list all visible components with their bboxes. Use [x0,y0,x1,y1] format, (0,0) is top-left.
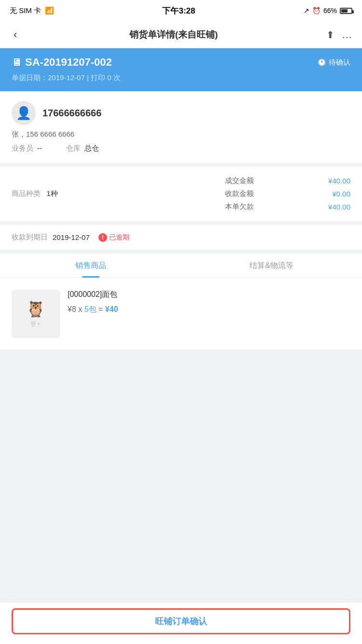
customer-phone: 17666666666 [42,108,101,119]
owed-label: 本单欠款 [225,202,254,211]
due-label: 收款到期日 [12,233,48,242]
status-bar: 无 SIM 卡 📶 下午3:28 ↗ ⏰ 66% [0,0,362,21]
wifi-icon: 📶 [45,6,54,15]
customer-meta: 业务员 -- 仓库 总仓 [12,144,350,153]
confirm-order-button[interactable]: 旺铺订单确认 [12,608,350,634]
tab-active-indicator [82,276,99,278]
sales-rep-value: -- [37,144,42,153]
product-item: 🦉 管+ [0000002]面包 ¥8 x 5包 = ¥40 [12,286,350,342]
product-thumb-inner: 🦉 管+ [26,300,45,328]
product-types-label: 商品种类 [12,189,41,197]
receipt-label: 收款金额 [225,189,254,198]
overdue-icon: ! [98,233,107,242]
order-status-text: 待确认 [329,58,350,67]
bottom-bar: 旺铺订单确认 [0,602,362,644]
tab-settlement-label: 结算&物流等 [250,261,293,271]
clock-icon: 🕐 [318,58,326,66]
status-time: 下午3:28 [162,5,195,16]
products-section: 🦉 管+ [0000002]面包 ¥8 x 5包 = ¥40 [0,278,362,350]
equals-sign: = [97,305,105,313]
nav-bar: ‹ 销货单详情(来自旺铺) ⬆ ... [0,21,362,48]
nav-actions: ⬆ ... [326,28,352,41]
stats-section: 商品种类 1种 成交金额 ¥40.00 收款金额 ¥0.00 本单欠款 ¥40.… [0,167,362,225]
order-date: 单据日期：2019-12-07 | 打印 0 次 [12,73,350,83]
sales-rep-item: 业务员 -- [12,144,42,153]
receipt-amount-row: 收款金额 ¥0.00 [225,189,350,198]
battery-icon [340,8,352,14]
status-left: 无 SIM 卡 📶 [10,6,54,15]
customer-row: 👤 17666666666 [12,101,350,125]
product-types-value: 1种 [46,189,57,197]
due-date: 2019-12-07 [53,233,90,241]
order-id: 🖥 SA-20191207-002 [12,56,112,69]
product-placeholder-icon: 🦉 [26,300,45,318]
alarm-icon: ⏰ [312,7,320,14]
share-button[interactable]: ⬆ [326,29,334,41]
page-title: 销货单详情(来自旺铺) [129,28,218,41]
warehouse-label: 仓库 [66,144,81,153]
more-button[interactable]: ... [342,28,352,41]
product-price: ¥8 x [68,305,84,313]
receipt-amount: ¥0.00 [332,190,350,198]
deal-amount: ¥40.00 [328,177,350,185]
product-types: 商品种类 1种 [12,189,58,198]
product-thumbnail: 🦉 管+ [12,290,60,338]
customer-section: 👤 17666666666 张，156 6666 6666 业务员 -- 仓库 … [0,91,362,167]
order-status: 🕐 待确认 [318,58,350,67]
owed-amount-row: 本单欠款 ¥40.00 [225,202,350,211]
tab-sales[interactable]: 销售商品 [0,253,181,278]
order-header: 🖥 SA-20191207-002 🕐 待确认 单据日期：2019-12-07 … [0,48,362,91]
sales-rep-label: 业务员 [12,144,33,153]
status-right: ↗ ⏰ 66% [304,7,352,14]
product-total: ¥40 [105,305,118,313]
due-section: 收款到期日 2019-12-07 ! 已逾期 [0,225,362,253]
owed-amount: ¥40.00 [328,203,350,211]
brand-text: 管+ [30,320,41,328]
product-qty: 5包 [84,305,97,313]
order-icon: 🖥 [12,57,21,68]
product-price-row: ¥8 x 5包 = ¥40 [68,305,350,315]
product-info: [0000002]面包 ¥8 x 5包 = ¥40 [68,290,350,315]
location-icon: ↗ [304,7,309,14]
warehouse-value: 总仓 [84,144,99,153]
deal-label: 成交金额 [225,176,254,185]
avatar: 👤 [12,101,36,125]
stats-left: 商品种类 1种 [12,176,181,211]
overdue-text: 已逾期 [109,233,129,242]
tab-settlement[interactable]: 结算&物流等 [181,253,362,278]
tabs-section: 销售商品 结算&物流等 [0,253,362,278]
empty-area [0,350,362,456]
back-button[interactable]: ‹ [10,25,21,45]
customer-name: 张，156 6666 6666 [12,130,350,139]
stats-right: 成交金额 ¥40.00 收款金额 ¥0.00 本单欠款 ¥40.00 [181,176,350,211]
warehouse-item: 仓库 总仓 [66,144,99,153]
product-name: [0000002]面包 [68,290,350,300]
order-id-text: SA-20191207-002 [25,56,112,69]
battery-percent: 66% [323,7,337,14]
order-id-row: 🖥 SA-20191207-002 🕐 待确认 [12,56,350,69]
product-code-name: [0000002]面包 [68,290,117,298]
deal-amount-row: 成交金额 ¥40.00 [225,176,350,185]
tab-sales-label: 销售商品 [75,261,106,271]
overdue-badge: ! 已逾期 [98,233,129,242]
carrier-label: 无 SIM 卡 [10,6,41,15]
